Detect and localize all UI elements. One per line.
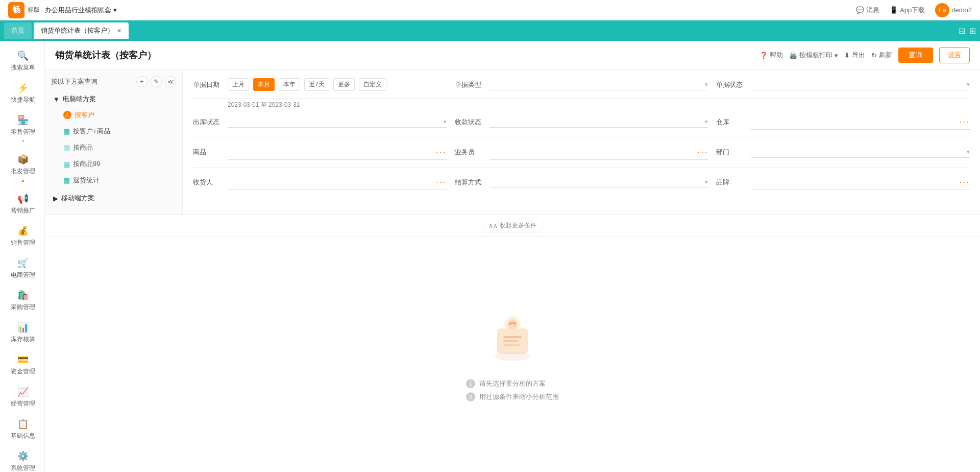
- brand-input[interactable]: ···: [751, 175, 970, 190]
- sidebar-item-label: 资金管理: [11, 367, 35, 376]
- sidebar-item-label: 电商管理: [11, 271, 35, 279]
- sidebar-item-basic[interactable]: 📋 基础信息: [0, 413, 44, 445]
- sidebar-item-inventory[interactable]: 📊 库存核算: [0, 317, 44, 349]
- chevron-down-icon: ▾: [444, 119, 447, 125]
- settlement-input[interactable]: ▾: [489, 177, 708, 188]
- sidebar-item-purchase[interactable]: 🛍️ 采购管理: [0, 285, 44, 317]
- warehouse-field: 仓库 ···: [716, 114, 970, 130]
- tab-sales-stat[interactable]: 销货单统计表（按客户） ✕: [34, 22, 129, 39]
- scheme-item-return-stat[interactable]: ▦ 退货统计: [45, 172, 182, 188]
- receipt-status-input[interactable]: ▾: [489, 116, 708, 128]
- sidebar-item-quick-nav[interactable]: ⚡ 快捷导航: [0, 77, 44, 109]
- bar-chart-icon: ▦: [63, 176, 70, 184]
- chevron-down-icon: ▾: [967, 149, 970, 155]
- retail-icon: 🏪: [17, 114, 29, 126]
- scheme-group-mobile: ▶ 移动端方案: [45, 191, 182, 206]
- collapse-btn[interactable]: ∧∧ 收起更多条件: [482, 219, 543, 232]
- sidebar-item-operations[interactable]: 📈 经营管理: [0, 381, 44, 413]
- add-scheme-btn[interactable]: +: [136, 76, 148, 87]
- sidebar-item-wholesale[interactable]: 📦 批发管理 ▲: [0, 149, 44, 188]
- sidebar-item-retail[interactable]: 🏪 零售管理 ▾: [0, 109, 44, 149]
- top-bar: 畅 标版 办公用品行业模拟账套 ▾ 💬 消息 📱 App下载 Ea demo2: [0, 0, 980, 20]
- sidebar-item-label: 营销推广: [11, 206, 35, 215]
- export-icon: ⬇: [844, 52, 850, 59]
- date-last-month-btn[interactable]: 上月: [228, 78, 249, 91]
- message-btn[interactable]: 💬 消息: [856, 6, 879, 15]
- empty-tip-1: 1 请先选择要分析的方案: [466, 379, 559, 388]
- tab-minimize-icon[interactable]: ⊟: [959, 26, 965, 36]
- sidebar-item-sales[interactable]: 💰 销售管理: [0, 220, 44, 252]
- sidebar-item-label: 经营管理: [11, 399, 35, 408]
- sidebar-item-system[interactable]: ⚙️ 系统管理: [0, 445, 44, 472]
- goods-field: 商品 ···: [193, 145, 447, 160]
- app-download-btn[interactable]: 📱 App下载: [890, 6, 925, 15]
- dept-label: 部门: [716, 148, 747, 157]
- sidebar-item-ecommerce[interactable]: 🛒 电商管理: [0, 252, 44, 285]
- salesperson-input[interactable]: ···: [489, 145, 708, 160]
- tab-maximize-icon[interactable]: ⊞: [969, 26, 976, 36]
- user-icon: 人: [63, 111, 71, 119]
- sidebar-item-marketing[interactable]: 📢 营销推广: [0, 188, 44, 220]
- bar-chart-icon: ▦: [63, 160, 70, 168]
- query-section: 按以下方案查询 + ✎ ≪ ▼ 电脑端方案 人 按客户: [45, 70, 980, 215]
- date-custom-btn[interactable]: 自定义: [359, 78, 386, 91]
- scheme-item-by-customer[interactable]: 人 按客户: [45, 107, 182, 123]
- chevron-down-icon: ▾: [705, 81, 708, 88]
- warehouse-label: 仓库: [716, 117, 747, 127]
- download-icon: 📱: [890, 6, 898, 14]
- doc-type-field: 单据类型 ▾: [455, 78, 708, 91]
- scheme-item-by-customer-goods[interactable]: ▦ 按客户+商品: [45, 123, 182, 139]
- goods-input[interactable]: ···: [228, 145, 447, 160]
- goods-label: 商品: [193, 148, 224, 157]
- edit-scheme-btn[interactable]: ✎: [151, 76, 162, 87]
- bar-chart-icon: ▦: [63, 127, 70, 135]
- sidebar-item-label: 批发管理: [11, 167, 35, 176]
- warehouse-input[interactable]: ···: [751, 114, 970, 130]
- logo-icon: 畅: [8, 2, 24, 18]
- app-subtitle: 标版: [28, 6, 40, 14]
- sidebar-item-finance[interactable]: 💳 资金管理: [0, 349, 44, 381]
- scheme-group-pc-title[interactable]: ▼ 电脑端方案: [45, 91, 182, 107]
- avatar: Ea: [935, 3, 949, 17]
- date-more-btn[interactable]: 更多: [333, 78, 355, 91]
- settings-button[interactable]: 设置: [939, 47, 970, 63]
- tab-bar: 首页 销货单统计表（按客户） ✕ ⊟ ⊞: [0, 20, 980, 41]
- tip-num-2: 2: [466, 392, 475, 402]
- recipient-input[interactable]: ···: [228, 175, 447, 190]
- sidebar-item-search-menu[interactable]: 🔍 搜索菜单: [0, 45, 44, 77]
- tab-home[interactable]: 首页: [4, 22, 32, 39]
- doc-type-input[interactable]: ▾: [489, 79, 708, 90]
- template-print-btn[interactable]: 🖨️ 按模板打印 ▾: [789, 51, 838, 60]
- date-last-7-days-btn[interactable]: 近7天: [304, 78, 329, 91]
- more-icon: ···: [959, 116, 970, 127]
- scheme-item-by-goods[interactable]: ▦ 按商品: [45, 139, 182, 156]
- date-this-month-btn[interactable]: 本月: [253, 78, 275, 91]
- brand-label: 品牌: [716, 178, 747, 187]
- more-icon: ···: [697, 147, 708, 157]
- collapse-scheme-btn[interactable]: ≪: [165, 76, 176, 87]
- doc-status-input[interactable]: ▾: [751, 79, 970, 90]
- tab-close-icon[interactable]: ✕: [117, 28, 121, 34]
- refresh-icon: ↻: [871, 52, 877, 59]
- message-icon: 💬: [856, 6, 864, 14]
- out-status-input[interactable]: ▾: [228, 116, 447, 128]
- scheme-actions: + ✎ ≪: [136, 76, 176, 87]
- doc-type-label: 单据类型: [455, 80, 485, 89]
- operations-icon: 📈: [17, 386, 29, 397]
- brand-field: 品牌 ···: [716, 175, 970, 190]
- scheme-item-by-goods-99[interactable]: ▦ 按商品99: [45, 156, 182, 172]
- export-btn[interactable]: ⬇ 导出: [844, 51, 865, 60]
- page-header: 销货单统计表（按客户） ❓ 帮助 🖨️ 按模板打印 ▾ ⬇ 导出 ↻ 刷新: [45, 41, 980, 70]
- date-this-year-btn[interactable]: 本年: [279, 78, 300, 91]
- scheme-group-mobile-title[interactable]: ▶ 移动端方案: [45, 191, 182, 206]
- quick-nav-icon: ⚡: [17, 82, 29, 93]
- user-menu[interactable]: Ea demo2: [935, 3, 972, 17]
- collapse-bar: ∧∧ 收起更多条件: [45, 215, 980, 237]
- industry-selector[interactable]: 办公用品行业模拟账套 ▾: [45, 6, 117, 15]
- dept-input[interactable]: ▾: [751, 147, 970, 158]
- query-button[interactable]: 查询: [898, 48, 933, 63]
- refresh-btn[interactable]: ↻ 刷新: [871, 51, 892, 60]
- empty-illustration: [482, 308, 543, 371]
- help-btn[interactable]: ❓ 帮助: [760, 51, 783, 60]
- page-title: 销货单统计表（按客户）: [55, 49, 156, 67]
